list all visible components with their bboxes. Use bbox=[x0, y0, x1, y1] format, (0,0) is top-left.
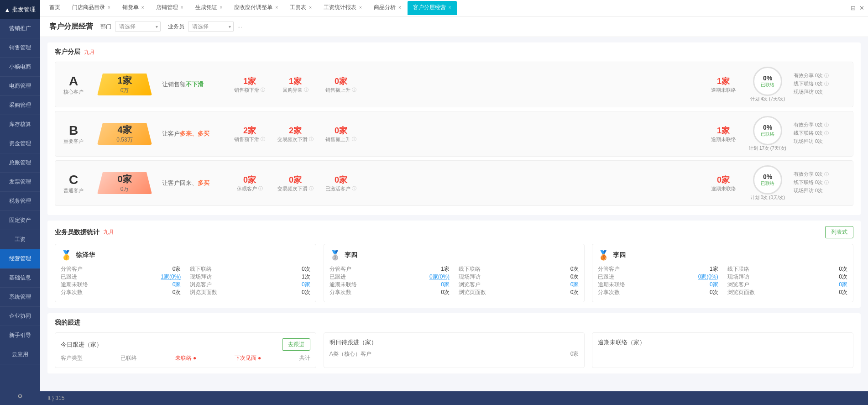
sidebar-item-caigou[interactable]: 采购管理 bbox=[0, 96, 40, 115]
staff-select[interactable]: 请选择 bbox=[188, 21, 234, 32]
tab-yingshou[interactable]: 应收应付调整单× bbox=[229, 1, 283, 15]
info-icon[interactable]: ⓘ bbox=[823, 131, 829, 136]
tab-close-gongzigl[interactable]: × bbox=[309, 5, 312, 10]
info-icon[interactable]: ⓘ bbox=[823, 122, 829, 127]
tier-stat-0: 1家 销售额下滑ⓘ bbox=[231, 76, 268, 94]
list-view-button[interactable]: 列表式 bbox=[825, 226, 853, 238]
tab-close-kehu[interactable]: × bbox=[449, 5, 451, 10]
sidebar-item-fapiao[interactable]: 发票管理 bbox=[0, 173, 40, 192]
info-icon[interactable]: ⓘ bbox=[309, 185, 314, 192]
tier-stat-label: 已激活客户ⓘ bbox=[323, 185, 359, 192]
staff-stat-val: 0次 bbox=[710, 289, 718, 296]
sidebar-item-xiaoshou[interactable]: 销售管理 bbox=[0, 38, 40, 58]
tab-shengcheng[interactable]: 生成凭证× bbox=[190, 1, 228, 15]
goto-followup-button[interactable]: 去跟进 bbox=[282, 338, 310, 351]
sidebar-item-jichu[interactable]: 基础信息 bbox=[0, 268, 40, 288]
sidebar-item-qiye[interactable]: 企业协同 bbox=[0, 307, 40, 326]
sidebar-settings[interactable]: ⚙ bbox=[0, 387, 40, 405]
tier-letter: C bbox=[60, 173, 87, 187]
staff-stat-val: 0次 bbox=[570, 273, 579, 281]
tier-stat-count: 1家 bbox=[231, 76, 268, 87]
staff-stat-row: 线下联络 0次 bbox=[190, 265, 310, 273]
sidebar-item-xiaopao[interactable]: 小畅电商 bbox=[0, 58, 40, 77]
tab-gongzitj[interactable]: 工资统计报表× bbox=[318, 1, 367, 15]
filter-more-icon[interactable]: ··· bbox=[237, 23, 242, 30]
info-icon[interactable]: ⓘ bbox=[258, 185, 263, 192]
tier-circle-shape: 0% 已联络 bbox=[753, 116, 782, 145]
followup-title: 我的跟进 bbox=[55, 319, 853, 327]
tier-stat-1: 2家 交易频次下滑ⓘ bbox=[277, 125, 314, 143]
dept-select[interactable]: 请选择 bbox=[115, 21, 161, 32]
sidebar-item-kucun[interactable]: 库存核算 bbox=[0, 115, 40, 134]
info-icon[interactable]: ⓘ bbox=[352, 185, 356, 192]
info-icon[interactable]: ⓘ bbox=[823, 81, 829, 86]
staff-stat-row: 分管客户 1家 bbox=[598, 265, 718, 273]
tab-close-all-icon[interactable]: ✕ bbox=[859, 5, 864, 11]
staff-stat-val[interactable]: 0家 bbox=[710, 281, 718, 289]
tab-close-mendian[interactable]: × bbox=[108, 5, 110, 10]
tab-close-mendiangl[interactable]: × bbox=[181, 5, 183, 10]
staff-card-header-0: 🥇 徐泽华 bbox=[61, 250, 310, 261]
info-icon[interactable]: ⓘ bbox=[309, 136, 314, 142]
tier-count: 0家 bbox=[117, 173, 131, 185]
sidebar-item-dianshang[interactable]: 电商管理 bbox=[0, 77, 40, 96]
info-icon[interactable]: ⓘ bbox=[823, 172, 829, 177]
info-icon[interactable]: ⓘ bbox=[352, 87, 356, 93]
tab-bar-right: ⊟ ✕ bbox=[851, 5, 864, 11]
tab-close-shangpin[interactable]: × bbox=[398, 5, 401, 10]
followup-today-row-label: 客户类型 bbox=[61, 354, 83, 362]
sidebar-top[interactable]: ▲ 批发管理 bbox=[0, 0, 40, 19]
main-area: 首页门店商品目录×销货单×店铺管理×生成凭证×应收应付调整单×工资表×工资统计报… bbox=[40, 0, 868, 405]
followup-a-count: 0家 bbox=[570, 350, 579, 358]
sidebar-item-zijin[interactable]: 资金管理 bbox=[0, 134, 40, 153]
tab-close-yingshou[interactable]: × bbox=[275, 5, 278, 10]
info-icon[interactable]: ⓘ bbox=[352, 136, 356, 142]
tier-count: 1家 bbox=[117, 74, 131, 87]
staff-stat-val: 0次 bbox=[839, 265, 847, 273]
tab-mendiangl[interactable]: 店铺管理× bbox=[151, 1, 189, 15]
tab-close-shengcheng[interactable]: × bbox=[220, 5, 223, 10]
tier-amount: 0.53万 bbox=[116, 136, 132, 144]
tier-circle-c: 0% 已联络 计划 0次 (0天/次) bbox=[747, 165, 788, 201]
staff-stat-val[interactable]: 0家 bbox=[441, 281, 450, 289]
tier-stat-label: 销售额下滑ⓘ bbox=[231, 136, 268, 143]
tier-overdue-contact-b: 1家 逾期未联络 bbox=[705, 125, 742, 143]
tab-minimize-icon[interactable]: ⊟ bbox=[851, 5, 856, 11]
staff-stat-val[interactable]: 0家 bbox=[570, 281, 579, 289]
info-icon[interactable]: ⓘ bbox=[261, 87, 265, 93]
tier-stat-count: 2家 bbox=[277, 125, 314, 136]
info-icon[interactable]: ⓘ bbox=[823, 180, 829, 185]
staff-stat-val[interactable]: 0家(0%) bbox=[698, 273, 718, 281]
staff-stat-val[interactable]: 0家(0%) bbox=[429, 273, 450, 281]
staff-stat-key: 分享次数 bbox=[598, 289, 620, 296]
tier-circle-a: 0% 已联络 计划 4次 (7天/次) bbox=[747, 67, 788, 102]
tab-shangpin[interactable]: 商品分析× bbox=[368, 1, 407, 15]
sidebar-item-yun[interactable]: 云应用 bbox=[0, 345, 40, 364]
staff-stat-val[interactable]: 1家(0%) bbox=[161, 273, 181, 281]
sidebar-item-gongzi[interactable]: 工资 bbox=[0, 230, 40, 249]
info-icon[interactable]: ⓘ bbox=[823, 73, 829, 78]
tab-kehu[interactable]: 客户分层经营× bbox=[408, 1, 457, 15]
tab-gongzigl[interactable]: 工资表× bbox=[284, 1, 317, 15]
tier-letter: B bbox=[60, 123, 87, 138]
sidebar-item-shuiwu[interactable]: 税务管理 bbox=[0, 192, 40, 211]
info-icon[interactable]: ⓘ bbox=[304, 87, 309, 93]
staff-stat-val[interactable]: 0家 bbox=[302, 281, 310, 289]
staff-stat-val[interactable]: 0家 bbox=[173, 281, 181, 289]
sidebar-item-jingying[interactable]: 经营管理 bbox=[0, 249, 40, 268]
sidebar-item-xitong[interactable]: 系统管理 bbox=[0, 288, 40, 307]
info-icon[interactable]: ⓘ bbox=[261, 136, 265, 142]
tab-xiaohuo[interactable]: 销货单× bbox=[117, 1, 150, 15]
sidebar-item-xinshou[interactable]: 新手引导 bbox=[0, 326, 40, 345]
staff-stat-key: 浏览客户 bbox=[459, 281, 481, 289]
tab-close-xiaohuo[interactable]: × bbox=[141, 5, 144, 10]
sidebar-item-gudingzichan[interactable]: 固定资产 bbox=[0, 211, 40, 230]
sidebar-item-yingxiao[interactable]: 营销推广 bbox=[0, 19, 40, 38]
staff-stat-val[interactable]: 0家 bbox=[839, 281, 847, 289]
sidebar-item-zongzhang[interactable]: 总账管理 bbox=[0, 153, 40, 173]
tab-home[interactable]: 首页 bbox=[44, 1, 66, 15]
staff-stat-key: 分管客户 bbox=[598, 265, 620, 273]
tab-close-gongzitj[interactable]: × bbox=[359, 5, 362, 10]
tab-mendian[interactable]: 门店商品目录× bbox=[67, 1, 116, 15]
staff-label: 业务员 bbox=[168, 23, 184, 31]
